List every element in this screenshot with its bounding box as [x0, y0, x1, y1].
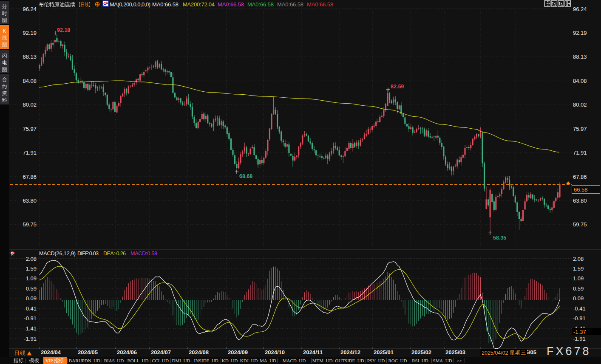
svg-text:MACD_UD: MACD_UD: [283, 358, 306, 363]
svg-text:KD_UD: KD_UD: [222, 358, 238, 363]
svg-text:-1.37: -1.37: [573, 329, 586, 335]
svg-text:BOLL_UD: BOLL_UD: [127, 358, 148, 363]
svg-text:-1.91: -1.91: [24, 336, 37, 342]
svg-text:-0.91: -0.91: [24, 315, 37, 322]
svg-text:2024/10: 2024/10: [265, 349, 285, 356]
svg-text:DMI_UD: DMI_UD: [172, 358, 190, 363]
svg-text:92.19: 92.19: [23, 30, 37, 36]
svg-text:KDJ_UD: KDJ_UD: [240, 358, 258, 363]
svg-text:84.08: 84.08: [573, 78, 587, 84]
svg-text:0.09: 0.09: [573, 295, 584, 302]
svg-text:MA0:66.58: MA0:66.58: [247, 1, 274, 8]
svg-text:DEA:-0.26: DEA:-0.26: [103, 251, 126, 257]
svg-text:MA0:66.58: MA0:66.58: [307, 1, 333, 8]
svg-text:DIFF:0.03: DIFF:0.03: [77, 251, 99, 257]
svg-text:OUTSIDE_UD: OUTSIDE_UD: [335, 358, 364, 363]
svg-text:MA0:66.58: MA0:66.58: [277, 1, 303, 8]
svg-text:63.80: 63.80: [573, 198, 587, 204]
svg-text:MA0:66.58: MA0:66.58: [218, 1, 244, 8]
svg-text:96.24: 96.24: [23, 6, 37, 12]
svg-text:2024/04: 2024/04: [41, 349, 61, 356]
svg-text:2024/12: 2024/12: [340, 349, 360, 356]
svg-text:INSIDE_UD: INSIDE_UD: [194, 358, 218, 363]
svg-text:MTM_UD: MTM_UD: [312, 358, 333, 363]
svg-text:1.59: 1.59: [26, 265, 37, 272]
svg-text:PSY_UD: PSY_UD: [367, 358, 385, 363]
svg-text:88.13: 88.13: [573, 54, 587, 60]
svg-text:FX678: FX678: [547, 345, 591, 358]
svg-text:0.59: 0.59: [573, 285, 584, 292]
svg-text:2024/11: 2024/11: [303, 349, 323, 356]
svg-text:>>: >>: [456, 358, 462, 363]
svg-text:80.02: 80.02: [23, 102, 37, 108]
svg-text:2024/08: 2024/08: [189, 349, 209, 356]
svg-text:1.09: 1.09: [26, 275, 37, 282]
svg-text:71.91: 71.91: [23, 150, 37, 156]
svg-text:88.13: 88.13: [23, 54, 37, 60]
svg-text:-0.41: -0.41: [24, 305, 37, 312]
svg-text:VIP: VIP: [45, 358, 53, 363]
svg-text:1.09: 1.09: [573, 275, 584, 282]
svg-text:ROC_UD: ROC_UD: [388, 358, 407, 363]
svg-text:MA0:66.58: MA0:66.58: [152, 1, 179, 8]
svg-text:-1.91: -1.91: [573, 336, 586, 342]
svg-text:2.08: 2.08: [26, 256, 37, 262]
svg-text:2025/03: 2025/03: [445, 349, 465, 356]
svg-text:MA_UD: MA_UD: [260, 358, 276, 363]
svg-text:66.58: 66.58: [574, 186, 588, 193]
svg-text:-1.41: -1.41: [24, 325, 37, 332]
svg-text:80.02: 80.02: [573, 102, 587, 108]
svg-text:MA200:72.04: MA200:72.04: [183, 1, 215, 8]
svg-text:0.59: 0.59: [26, 285, 37, 292]
svg-text:59.75: 59.75: [23, 221, 37, 228]
svg-text:67.86: 67.86: [573, 174, 587, 180]
svg-text:2.08: 2.08: [573, 256, 584, 262]
svg-text:59.75: 59.75: [573, 221, 587, 228]
svg-text:CCI_UD: CCI_UD: [152, 358, 169, 363]
svg-text:-0.91: -0.91: [573, 315, 586, 322]
svg-text:RSI_UD: RSI_UD: [412, 358, 428, 363]
svg-text:BARUPDN_UD: BARUPDN_UD: [69, 358, 100, 363]
svg-text:MACD(26,12,9): MACD(26,12,9): [39, 251, 76, 257]
svg-text:2025/04/02: 2025/04/02: [482, 350, 508, 356]
svg-text:2025/02: 2025/02: [411, 349, 431, 356]
svg-text:-0.41: -0.41: [573, 305, 586, 312]
svg-text:96.24: 96.24: [573, 6, 587, 12]
svg-text:K: K: [3, 28, 6, 34]
svg-text:2024/05: 2024/05: [78, 349, 98, 356]
svg-text:58.35: 58.35: [493, 235, 506, 241]
svg-text:0.09: 0.09: [26, 295, 37, 302]
svg-text:75.97: 75.97: [573, 126, 587, 132]
svg-text:67.86: 67.86: [23, 174, 37, 180]
svg-text:2025/01: 2025/01: [374, 349, 394, 356]
svg-text:SMA_UD: SMA_UD: [433, 358, 452, 363]
svg-text:63.80: 63.80: [23, 198, 37, 204]
svg-text:68.68: 68.68: [239, 173, 252, 179]
svg-text:BIAS_UD: BIAS_UD: [104, 358, 124, 363]
svg-text:MACD:0.58: MACD:0.58: [130, 251, 157, 257]
svg-text:1.59: 1.59: [573, 265, 584, 272]
svg-text:92.18: 92.18: [57, 27, 70, 33]
svg-text:71.91: 71.91: [573, 150, 587, 156]
svg-text:MA(0,200,0,0,0,0): MA(0,200,0,0,0,0): [110, 1, 150, 8]
svg-text:84.08: 84.08: [23, 78, 37, 84]
svg-text:2024/07: 2024/07: [151, 349, 171, 356]
svg-text:92.19: 92.19: [573, 30, 587, 36]
svg-text:82.59: 82.59: [391, 84, 404, 90]
svg-text:2024/09: 2024/09: [228, 349, 248, 356]
svg-text:2024/06: 2024/06: [117, 349, 137, 356]
svg-text:75.97: 75.97: [23, 126, 37, 132]
